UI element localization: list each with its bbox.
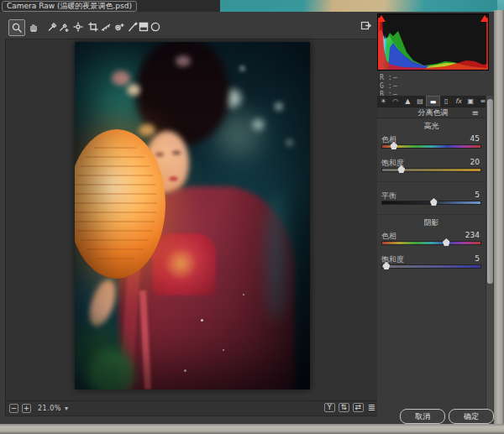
section-divider	[377, 181, 486, 182]
highlights-hue-slider[interactable]: 色相 45	[381, 133, 481, 156]
highlights-saturation-slider[interactable]: 饱和度 20	[381, 156, 481, 180]
detail-icon: ▲	[405, 97, 410, 105]
tab-lens-corrections[interactable]: ▯	[440, 96, 453, 107]
highlights-saturation-value: 20	[470, 158, 480, 166]
crop-icon	[87, 21, 99, 33]
window-titlebar[interactable]: Camera Raw (温暖的夜景调色.psd)	[0, 0, 220, 12]
eyedropper-target-icon	[58, 21, 70, 33]
swap-settings-button[interactable]: ⇄	[353, 403, 364, 412]
readout-red: R : —	[380, 73, 480, 81]
radial-filter-icon	[150, 21, 161, 33]
copy-settings-button[interactable]: ⇅	[339, 403, 349, 412]
hsl-icon: ▤	[417, 97, 423, 105]
zoom-in-button[interactable]: +	[22, 404, 31, 413]
tab-basic[interactable]: ☀	[377, 96, 390, 107]
histogram[interactable]	[377, 13, 489, 71]
shadows-saturation-value: 5	[475, 254, 480, 263]
photo-vignette	[75, 42, 310, 390]
tab-split-toning[interactable]: ▬	[426, 96, 440, 107]
tab-detail[interactable]: ▲	[402, 96, 414, 107]
panel-menu-icon[interactable]: ≡	[472, 108, 479, 118]
toggle-fullscreen-button[interactable]	[360, 19, 373, 32]
lens-corrections-icon: ▯	[444, 97, 448, 105]
panel-title-bar: 分离色调 ≡	[377, 107, 489, 118]
zoom-level-value: 21.0%	[38, 405, 61, 412]
zoom-level-dropdown[interactable]: ▾	[65, 405, 68, 412]
zoom-out-button[interactable]: −	[9, 404, 18, 413]
panel-title: 分离色调	[418, 107, 449, 118]
before-after-toggle-button[interactable]: Y	[324, 403, 335, 412]
radial-filter-tool-button[interactable]	[148, 19, 163, 34]
shadows-hue-value: 234	[465, 231, 480, 239]
shadows-saturation-slider[interactable]: 饱和度 5	[381, 253, 481, 276]
preview-statusbar: − + 21.0% ▾ Y ⇅ ⇄ ≣	[6, 400, 379, 416]
tab-hsl-grayscale[interactable]: ▤	[414, 96, 427, 107]
scrollbar-thumb[interactable]	[487, 99, 493, 284]
split-toning-icon: ▬	[430, 98, 437, 106]
histogram-chart	[378, 14, 488, 70]
effects-icon: fx	[455, 97, 462, 105]
red-eye-icon	[113, 21, 125, 33]
shadows-hue-slider[interactable]: 色相 234	[381, 229, 481, 253]
window-frame-bottom	[0, 424, 504, 434]
hand-icon	[28, 21, 39, 33]
tab-camera-calibration[interactable]: ▣	[465, 96, 477, 107]
preview-image[interactable]	[75, 42, 310, 390]
color-sampler-tool-button[interactable]	[56, 19, 71, 34]
shadows-header: 阴影	[377, 215, 486, 229]
preview-area: − + 21.0% ▾ Y ⇅ ⇄ ≣	[5, 39, 380, 416]
readout-green: G : —	[380, 81, 480, 90]
targeted-adjustment-tool-button[interactable]	[71, 19, 86, 34]
camera-raw-screenshot: Camera Raw (温暖的夜景调色.psd)	[0, 0, 504, 434]
rgb-readouts: R : — G : — B : —	[380, 73, 480, 98]
ok-button[interactable]: 确定	[449, 409, 494, 424]
split-toning-panel: 高光 色相 45 饱和度 20 平衡 5 阴影	[377, 118, 486, 416]
preview-preferences-button[interactable]: ≣	[368, 403, 375, 412]
tab-effects[interactable]: fx	[452, 96, 465, 107]
tone-curve-icon: ◠	[392, 97, 398, 105]
camera-calibration-icon: ▣	[467, 97, 474, 105]
straighten-icon	[100, 21, 112, 33]
magnifier-icon	[11, 22, 23, 34]
window-title: Camera Raw (温暖的夜景调色.psd)	[2, 1, 137, 12]
camera-raw-dialog: − + 21.0% ▾ Y ⇅ ⇄ ≣	[0, 12, 494, 424]
highlights-hue-value: 45	[470, 134, 480, 143]
cancel-button[interactable]: 取消	[400, 409, 445, 424]
hand-tool-button[interactable]	[26, 19, 41, 34]
balance-value: 5	[475, 191, 480, 199]
panel-scrollbar[interactable]	[486, 96, 493, 416]
target-adjust-icon	[72, 21, 84, 33]
window-frame-right	[494, 10, 504, 426]
tab-tone-curve[interactable]: ◠	[390, 96, 402, 107]
fullscreen-icon	[360, 20, 372, 31]
zoom-tool-button[interactable]	[8, 19, 25, 36]
basic-icon: ☀	[381, 97, 386, 105]
highlights-header: 高光	[377, 118, 486, 133]
balance-slider[interactable]: 平衡 5	[381, 189, 481, 212]
adjustment-tabs: ☀ ◠ ▲ ▤ ▬ ▯ fx ▣ ≡	[377, 96, 489, 107]
